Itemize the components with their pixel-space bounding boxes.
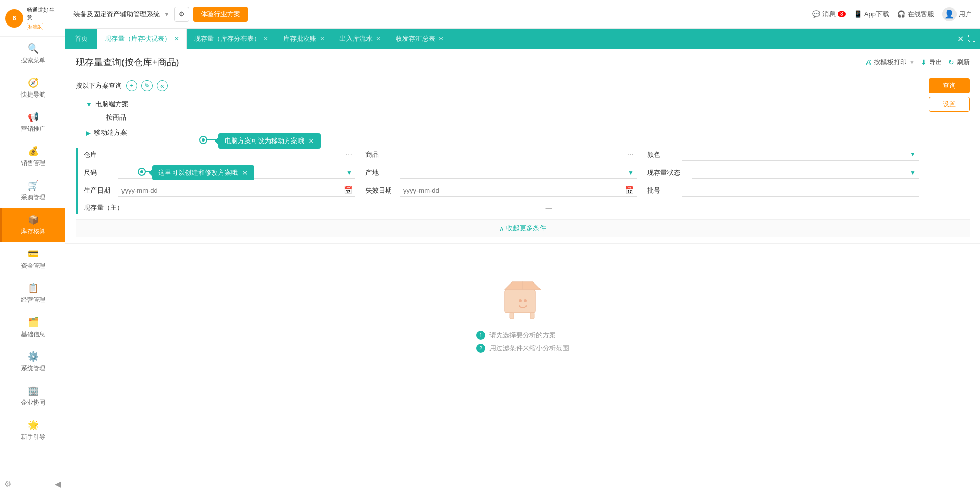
industry-btn[interactable]: 体验行业方案 — [193, 7, 248, 22]
cart-icon: 🛒 — [28, 180, 39, 191]
popover2-arrow — [149, 169, 152, 176]
batch-input-wrapper — [682, 184, 919, 197]
tab-close-recv-send[interactable]: ✕ — [438, 35, 444, 42]
sidebar-item-search[interactable]: 🔍 搜索菜单 — [0, 37, 65, 71]
size-dropdown-icon[interactable]: ▼ — [346, 169, 352, 176]
print-icon: 🖨 — [865, 58, 872, 66]
tab-close-inv-flow[interactable]: ✕ — [376, 35, 381, 42]
sidebar-item-system[interactable]: ⚙️ 系统管理 — [0, 345, 65, 379]
popover1: 电脑方案可设为移动方案哦 ✕ — [218, 133, 321, 149]
filter-row-4: 现存量（主） — — [84, 202, 970, 214]
settings-icon-button[interactable]: ⚙ — [174, 7, 189, 22]
expire-date-calendar-icon[interactable]: 📅 — [625, 186, 634, 194]
origin-input[interactable] — [403, 169, 626, 176]
inv-main-from-input[interactable] — [128, 202, 542, 214]
search-icon: 🔍 — [28, 43, 39, 54]
tab-inv-dist[interactable]: 现存量（库存分布表） ✕ — [187, 29, 276, 49]
topbar-right: 💬 消息 8 📱 App下载 🎧 在线客服 👤 用户 — [812, 7, 972, 21]
range-sep: — — [546, 204, 552, 212]
color-input-wrapper: ▼ — [682, 149, 919, 161]
tab-recv-send[interactable]: 收发存汇总表 ✕ — [388, 29, 451, 49]
filter-field-color: 颜色 ▼ — [647, 149, 919, 161]
content-area: 现存量查询(按仓库+商品) 🖨 按模板打印 ▼ ⬇ 导出 ↻ 刷新 — [65, 49, 980, 495]
export-icon: ⬇ — [921, 58, 927, 66]
origin-dropdown-icon[interactable]: ▼ — [628, 169, 634, 176]
message-icon: 💬 — [812, 10, 820, 18]
origin-label: 产地 — [365, 168, 396, 177]
logo-text: 畅通道好生意 标准版 — [27, 6, 60, 30]
user-action[interactable]: 👤 用户 — [942, 7, 972, 21]
svg-text:6: 6 — [12, 14, 16, 22]
goods-more-icon[interactable]: ··· — [627, 150, 634, 159]
sidebar-item-newbie[interactable]: 🌟 新手引导 — [0, 413, 65, 447]
collapse-sidebar-icon[interactable]: ◀ — [55, 479, 61, 489]
tab-close-inv-status[interactable]: ✕ — [174, 35, 179, 42]
sidebar-item-finance[interactable]: 💳 资金管理 — [0, 242, 65, 276]
sidebar-item-guide[interactable]: 🧭 快捷导航 — [0, 71, 65, 105]
online-service-action[interactable]: 🎧 在线客服 — [897, 10, 934, 19]
topbar: 装备及固定资产辅助管理系统 ▼ ⚙ 体验行业方案 💬 消息 8 📱 App下载 … — [65, 0, 980, 29]
warehouse-more-icon[interactable]: ··· — [346, 150, 352, 159]
scheme-tree: ▼ 电脑端方案 按商品 ▶ 移动端方案 — [76, 98, 970, 144]
marketing-icon: 📢 — [28, 111, 39, 123]
tip-num-1: 1 — [476, 331, 485, 340]
edit-scheme-btn[interactable]: ✎ — [141, 80, 153, 91]
color-input[interactable] — [685, 151, 908, 158]
warehouse-label: 仓库 — [84, 150, 114, 159]
expire-date-input[interactable] — [403, 186, 623, 194]
card-icon: 💳 — [28, 248, 39, 260]
refresh-action[interactable]: ↻ 刷新 — [948, 58, 970, 67]
inv-main-to-input[interactable] — [556, 202, 970, 214]
filter-field-inv-status: 现存量状态 ▼ — [647, 167, 919, 179]
tab-home[interactable]: 首页 — [65, 29, 97, 49]
add-scheme-btn[interactable]: + — [126, 80, 137, 91]
tab-inv-batch[interactable]: 库存批次账 ✕ — [276, 29, 332, 49]
tab-fullscreen-icon[interactable]: ⛶ — [968, 34, 976, 43]
sidebar-footer: ⚙ ◀ — [0, 473, 65, 495]
scheme-row-pc[interactable]: ▼ 电脑端方案 — [86, 98, 970, 111]
reset-btn[interactable]: 设置 — [929, 97, 970, 112]
settings-bottom-icon[interactable]: ⚙ — [4, 479, 11, 489]
inv-status-label: 现存量状态 — [647, 168, 688, 177]
inv-status-input[interactable] — [695, 169, 908, 176]
message-badge: 8 — [838, 11, 846, 17]
print-action[interactable]: 🖨 按模板打印 ▼ — [865, 58, 915, 67]
collapse-label: 收起更多条件 — [506, 224, 546, 233]
export-action[interactable]: ⬇ 导出 — [921, 58, 942, 67]
sidebar-item-sales[interactable]: 💰 销售管理 — [0, 139, 65, 174]
filter-area: 按以下方案查询 + ✎ « 查询 设置 ▼ 电脑端方案 — [65, 74, 980, 244]
collapse-bar[interactable]: ∧ 收起更多条件 — [76, 219, 970, 237]
sidebar-nav: 🔍 搜索菜单 🧭 快捷导航 📢 营销推广 💰 销售管理 🛒 采购管理 📦 库存核… — [0, 37, 65, 473]
search-btn[interactable]: 查询 — [929, 78, 970, 93]
filter-action-btns: 查询 设置 — [929, 78, 970, 112]
sidebar-item-ops[interactable]: 📋 经营管理 — [0, 276, 65, 311]
sidebar-item-corp[interactable]: 🏢 企业协同 — [0, 379, 65, 413]
color-dropdown-icon[interactable]: ▼ — [910, 151, 916, 158]
goods-input[interactable] — [403, 151, 625, 158]
sidebar-item-marketing[interactable]: 📢 营销推广 — [0, 105, 65, 139]
prod-date-calendar-icon[interactable]: 📅 — [344, 186, 352, 194]
app-download-action[interactable]: 📱 App下载 — [854, 10, 889, 19]
tab-close-inv-batch[interactable]: ✕ — [320, 35, 325, 42]
batch-input[interactable] — [685, 186, 916, 194]
inv-status-dropdown-icon[interactable]: ▼ — [910, 169, 916, 176]
goods-input-wrapper: ··· — [400, 148, 637, 161]
sidebar-item-inventory[interactable]: 📦 库存核算 — [0, 208, 65, 242]
tree-arrow-mobile: ▶ — [86, 129, 91, 137]
filter-grid-wrapper: 仓库 ··· 商品 ··· 颜色 — [76, 148, 970, 214]
back-scheme-btn[interactable]: « — [157, 80, 168, 91]
message-action[interactable]: 💬 消息 8 — [812, 10, 846, 19]
sidebar-item-base[interactable]: 🗂️ 基础信息 — [0, 311, 65, 345]
popover1-close-btn[interactable]: ✕ — [308, 137, 314, 145]
svg-point-3 — [519, 299, 522, 302]
tab-inv-status[interactable]: 现存量（库存状况表） ✕ — [97, 29, 187, 49]
popover2-close-btn[interactable]: ✕ — [242, 169, 248, 177]
popover1-arrow — [215, 137, 218, 145]
tab-close-all-icon[interactable]: ✕ — [957, 34, 964, 44]
warehouse-input[interactable] — [121, 151, 344, 158]
tab-inv-flow[interactable]: 出入库流水 ✕ — [332, 29, 388, 49]
sidebar-item-purchase[interactable]: 🛒 采购管理 — [0, 174, 65, 208]
tab-close-inv-dist[interactable]: ✕ — [263, 35, 268, 42]
prod-date-input[interactable] — [121, 186, 341, 194]
scheme-row-goods[interactable]: 按商品 — [96, 111, 970, 124]
